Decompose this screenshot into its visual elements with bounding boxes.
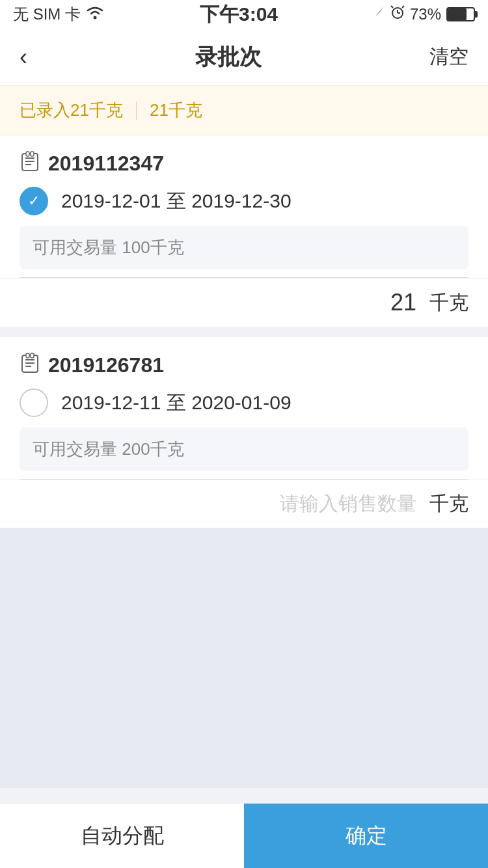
radio-1[interactable]: ✓ bbox=[20, 187, 48, 215]
info-banner: 已录入21千克 21千克 bbox=[0, 86, 488, 135]
unit-1: 千克 bbox=[429, 290, 468, 316]
batch-item-2: 2019126781 2019-12-11 至 2020-01-09 可用交易量… bbox=[0, 337, 488, 528]
batch-available-2: 可用交易量 200千克 bbox=[20, 427, 468, 471]
batch-row-2[interactable]: 2019-12-11 至 2020-01-09 bbox=[0, 386, 488, 425]
batch-icon-1 bbox=[20, 151, 40, 176]
alarm-icon bbox=[390, 5, 405, 23]
batch-amount-row-1: 21 千克 bbox=[0, 278, 488, 327]
amount-value-1[interactable]: 21 bbox=[364, 289, 416, 316]
separator-area bbox=[0, 327, 488, 337]
amount-label: 21千克 bbox=[150, 99, 202, 122]
unit-2: 千克 bbox=[429, 491, 468, 517]
confirm-button[interactable]: 确定 bbox=[244, 804, 488, 868]
batch-id-1: 2019112347 bbox=[48, 152, 164, 176]
batch-header-2: 2019126781 bbox=[0, 337, 488, 386]
gray-area bbox=[0, 528, 488, 788]
battery-label: 73% bbox=[410, 5, 441, 23]
amount-placeholder-2: 请输入销售数量 bbox=[20, 491, 416, 517]
svg-rect-16 bbox=[26, 353, 29, 358]
status-carrier: 无 SIM 卡 bbox=[13, 4, 104, 25]
svg-point-0 bbox=[94, 16, 97, 20]
location-icon bbox=[373, 5, 385, 23]
svg-line-4 bbox=[391, 6, 393, 8]
status-bar: 无 SIM 卡 下午3:04 73% bbox=[0, 0, 488, 29]
wifi-icon bbox=[86, 5, 104, 23]
svg-rect-17 bbox=[31, 353, 34, 358]
batch-date-2: 2019-12-11 至 2020-01-09 bbox=[61, 390, 291, 416]
status-time: 下午3:04 bbox=[200, 1, 278, 28]
batch-icon-2 bbox=[20, 353, 40, 378]
bottom-bar: 自动分配 确定 bbox=[0, 803, 488, 868]
back-button[interactable]: ‹ bbox=[20, 44, 27, 71]
check-icon-1: ✓ bbox=[28, 193, 40, 210]
batch-row-1[interactable]: ✓ 2019-12-01 至 2019-12-30 bbox=[0, 184, 488, 223]
svg-rect-11 bbox=[31, 152, 34, 156]
nav-bar: ‹ 录批次 清空 bbox=[0, 29, 488, 86]
clear-button[interactable]: 清空 bbox=[429, 44, 468, 70]
svg-rect-10 bbox=[26, 152, 29, 156]
batch-item-1: 2019112347 ✓ 2019-12-01 至 2019-12-30 可用交… bbox=[0, 135, 488, 327]
batch-header-1: 2019112347 bbox=[0, 135, 488, 184]
batch-available-1: 可用交易量 100千克 bbox=[20, 226, 468, 269]
battery-icon bbox=[446, 7, 475, 21]
batch-amount-row-2: 请输入销售数量 千克 bbox=[0, 480, 488, 528]
batch-id-2: 2019126781 bbox=[48, 353, 164, 377]
banner-divider bbox=[136, 102, 137, 120]
recorded-label: 已录入21千克 bbox=[20, 99, 123, 122]
svg-line-5 bbox=[402, 6, 404, 8]
page-title: 录批次 bbox=[195, 42, 262, 72]
status-right: 73% bbox=[373, 5, 475, 23]
batch-date-1: 2019-12-01 至 2019-12-30 bbox=[61, 188, 291, 215]
auto-distribute-button[interactable]: 自动分配 bbox=[0, 804, 244, 868]
radio-2[interactable] bbox=[20, 388, 48, 417]
